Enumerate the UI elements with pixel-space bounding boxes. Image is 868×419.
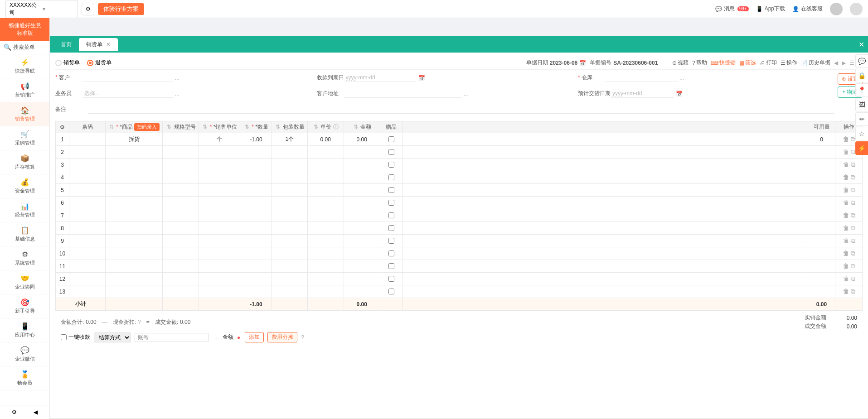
unit-sort-icon[interactable]: ⇅ (203, 124, 207, 130)
row-gift[interactable] (380, 197, 402, 209)
add-payment-button[interactable]: 添加 (245, 332, 264, 342)
copy-icon[interactable]: ⧉ (851, 212, 855, 219)
row-unit[interactable]: 个 (199, 133, 240, 146)
delete-icon[interactable]: 🗑 (843, 262, 849, 270)
copy-icon[interactable]: ⧉ (851, 288, 855, 295)
sort-icon[interactable]: ⇅ (109, 124, 114, 130)
delete-icon[interactable]: 🗑 (843, 224, 849, 232)
row-gift[interactable] (380, 247, 402, 260)
customer-dots-icon[interactable]: ... (175, 75, 179, 81)
tab-home[interactable]: 首页 (53, 38, 79, 51)
right-action-btn[interactable]: ⚡ (855, 141, 868, 155)
sidebar-item-wechat[interactable]: 💬 企业微信 (0, 342, 49, 366)
question-icon[interactable]: ? (138, 319, 141, 325)
salesperson-input[interactable] (82, 89, 173, 98)
row-gift[interactable] (380, 171, 402, 184)
window-close-icon[interactable]: ✕ (858, 40, 864, 49)
account-input[interactable] (135, 333, 209, 342)
filter-btn[interactable]: ▦ 筛选 (739, 59, 756, 67)
copy-icon[interactable]: ⧉ (851, 275, 855, 283)
copy-icon[interactable]: ⧉ (851, 237, 855, 245)
qty-sort-icon[interactable]: ⇅ (245, 124, 249, 130)
sidebar-item-corp[interactable]: 🤝 企业协同 (0, 270, 49, 294)
radio-sales[interactable]: 销货单 (55, 59, 80, 67)
row-barcode[interactable] (69, 133, 106, 146)
print-btn[interactable]: 🖨 打印 (760, 59, 777, 67)
account-dots[interactable]: ... (214, 334, 219, 341)
delete-icon[interactable]: 🗑 (843, 212, 849, 219)
row-gift[interactable] (380, 146, 402, 159)
message-button[interactable]: 💬 消息 99+ (715, 5, 749, 13)
sidebar-item-guide[interactable]: 🎯 新手引导 (0, 294, 49, 318)
price-sort-icon[interactable]: ⇅ (314, 124, 318, 130)
payment-method-select[interactable]: 结算方式 (94, 332, 131, 342)
settings-icon[interactable]: ⚙ (82, 3, 94, 15)
sidebar-item-marketing[interactable]: 📢 营销推广 (0, 78, 49, 102)
copy-icon[interactable]: ⧉ (851, 161, 855, 169)
row-price[interactable]: 0.00 (307, 133, 344, 146)
delete-icon[interactable]: 🗑 (843, 199, 849, 207)
right-location-btn[interactable]: 📍 (855, 83, 868, 97)
view-list-icon[interactable]: ☰ (849, 60, 854, 66)
copy-icon[interactable]: ⧉ (851, 250, 855, 257)
sidebar-item-finance[interactable]: 💰 资金管理 (0, 174, 49, 198)
row-amount[interactable]: 0.00 (344, 133, 380, 146)
one-click-payment-checkbox[interactable]: 一键收款 (61, 333, 90, 341)
copy-icon[interactable]: ⧉ (851, 262, 855, 270)
sidebar-item-operation[interactable]: 📊 经营管理 (0, 198, 49, 222)
warehouse-dots-icon[interactable]: ... (679, 75, 684, 81)
scan-button[interactable]: 扫码录入 (134, 123, 160, 131)
fee-help-icon[interactable]: ? (301, 334, 304, 341)
copy-icon[interactable]: ⧉ (851, 224, 855, 232)
row-gift[interactable] (380, 285, 402, 298)
due-date-input[interactable] (344, 73, 417, 82)
company-selector[interactable]: XXXXXX公司 ▾ (5, 0, 78, 18)
tab-sales-order[interactable]: 销货单 ✕ (79, 38, 118, 51)
sidebar-item-system[interactable]: ⚙ 系统管理 (0, 246, 49, 270)
delete-icon[interactable]: 🗑 (843, 250, 849, 257)
avatar-2[interactable] (850, 3, 863, 15)
row-gift[interactable] (380, 260, 402, 273)
history-btn[interactable]: 📄 历史单据 (801, 59, 830, 67)
row-spec[interactable] (163, 133, 199, 146)
right-chat-btn[interactable]: 💬 (855, 54, 868, 68)
expected-date-input[interactable] (611, 89, 674, 98)
row-gift[interactable] (380, 184, 402, 197)
delete-icon[interactable]: 🗑 (843, 173, 849, 181)
shortcut-btn[interactable]: ⌨ 快捷键 (711, 59, 736, 67)
due-date-calendar-icon[interactable]: 📅 (418, 75, 425, 81)
video-btn[interactable]: ⊙ 视频 (672, 59, 689, 67)
fee-split-button[interactable]: 费用分摊 (267, 332, 297, 342)
sidebar-item-purchase[interactable]: 🛒 采购管理 (0, 126, 49, 150)
spec-sort-icon[interactable]: ⇅ (167, 124, 171, 130)
sidebar-settings-icon[interactable]: ⚙ (12, 409, 17, 415)
right-star-btn[interactable]: ☆ (855, 127, 868, 140)
salesperson-dots-icon[interactable]: ... (175, 91, 179, 97)
right-lock-btn[interactable]: 🔒 (855, 69, 868, 82)
sidebar-item-inventory[interactable]: 📦 库存核算 (0, 150, 49, 174)
sidebar-item-basic[interactable]: 📋 基础信息 (0, 222, 49, 246)
one-click-payment-input[interactable] (61, 334, 67, 340)
operate-btn[interactable]: ☰ 操作 (781, 59, 797, 67)
row-gift[interactable] (380, 133, 402, 146)
nav-prev-icon[interactable]: ◀ (834, 60, 838, 66)
online-service-button[interactable]: 👤 在线客服 (792, 5, 823, 13)
delete-icon[interactable]: 🗑 (843, 161, 849, 169)
nav-next-icon[interactable]: ▶ (842, 60, 846, 66)
row-qty[interactable]: -1.00 (240, 133, 272, 146)
help-btn[interactable]: ? 帮助 (692, 59, 707, 67)
avatar[interactable] (830, 3, 843, 15)
copy-icon[interactable]: ⧉ (851, 135, 855, 143)
customer-input[interactable] (82, 73, 173, 82)
delete-icon[interactable]: 🗑 (843, 135, 849, 143)
address-dots-icon[interactable]: ... (464, 91, 468, 97)
warehouse-input[interactable]: 建材仓 (605, 73, 678, 82)
right-image-btn[interactable]: 🖼 (855, 98, 868, 111)
pkg-sort-icon[interactable]: ⇅ (276, 124, 280, 130)
radio-return[interactable]: 退货单 (87, 59, 112, 67)
trial-button[interactable]: 体验行业方案 (98, 3, 144, 15)
row-gift[interactable] (380, 209, 402, 222)
sidebar-search[interactable]: 🔍 搜索菜单 (0, 41, 49, 54)
row-gift[interactable] (380, 235, 402, 247)
sidebar-item-sales[interactable]: 🏠 销售管理 (0, 102, 49, 126)
